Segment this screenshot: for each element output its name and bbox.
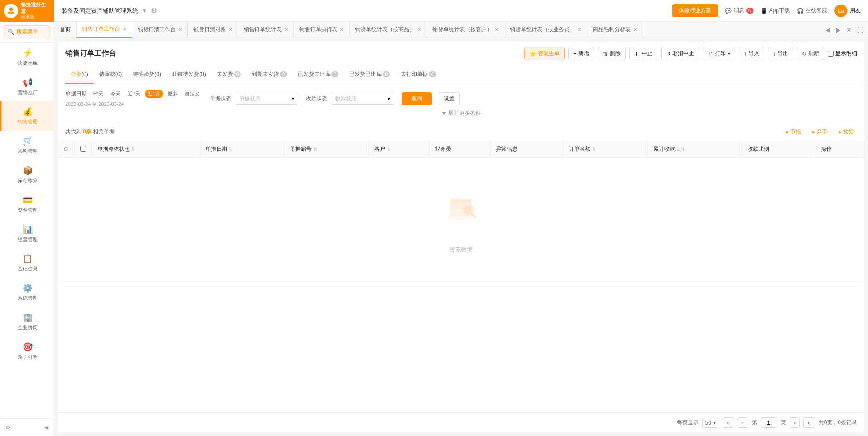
tab-close-icon[interactable]: ✕ <box>340 27 344 32</box>
experience-btn[interactable]: 体验行业方案 <box>672 4 718 17</box>
message-btn[interactable]: 💬 消息 6 <box>725 7 753 14</box>
status-select[interactable]: 单据状态 ▾ <box>235 93 298 105</box>
search-menu-button[interactable]: 🔍 搜索菜单 <box>4 25 50 38</box>
tab-sales-order-workbench[interactable]: 销售订单工作台 ✕ <box>77 22 132 38</box>
tab-prev-button[interactable]: ◀ <box>823 24 833 35</box>
tab-cash-daily-workbench[interactable]: 钱货日清工作台 ✕ <box>132 22 188 38</box>
sidebar-item-base-info[interactable]: 📋 基础信息 <box>0 248 54 278</box>
filter-row: 单据日期 昨天 今天 近7天 近1月 更多 自定义 2023-02-24 至 2… <box>65 90 857 108</box>
sidebar-item-system[interactable]: ⚙️ 系统管理 <box>0 278 54 307</box>
sidebar-item-quick-nav[interactable]: ⚡ 快捷导航 <box>0 43 54 72</box>
audit-btn[interactable]: ● 审核 <box>782 127 804 137</box>
tab-close-icon[interactable]: ✕ <box>123 27 126 32</box>
tab-close-all-button[interactable]: ✕ <box>844 24 854 35</box>
header-settings-icon[interactable]: ⚙ <box>151 6 157 15</box>
query-btn[interactable]: 查询 <box>402 92 432 105</box>
tab-sales-stats[interactable]: 销售订单统计表 ✕ <box>238 22 294 38</box>
online-service-btn[interactable]: 🎧 在线客服 <box>797 7 827 14</box>
sidebar-item-marketing[interactable]: 📢 营销推广 <box>0 72 54 101</box>
sub-tab-wangpu-ship[interactable]: 旺铺待发货(0) <box>167 66 211 84</box>
payment-select[interactable]: 收款状态 ▾ <box>331 93 394 105</box>
date-btn-7days[interactable]: 近7天 <box>125 90 143 98</box>
tab-close-icon[interactable]: ✕ <box>495 27 499 32</box>
ship-btn[interactable]: ● 发货 <box>834 127 857 137</box>
next-page-btn[interactable]: › <box>790 417 800 428</box>
tab-close-icon[interactable]: ✕ <box>229 27 232 32</box>
sub-tab-overdue-not-shipped[interactable]: 到期未发货0 <box>246 66 293 84</box>
dropdown-arrow-icon[interactable]: ▼ <box>142 8 147 14</box>
logo-title: 畅捷通好生意 <box>21 1 50 14</box>
sidebar-item-enterprise[interactable]: 🏢 企业协同 <box>0 307 54 336</box>
prev-page-btn[interactable]: ‹ <box>738 417 748 428</box>
sub-tab-shipped-out[interactable]: 已发货已出库0 <box>344 66 395 84</box>
tab-sales-by-product[interactable]: 销货单统计表（按商品） ✕ <box>350 22 427 38</box>
column-settings[interactable]: ⚙ <box>58 141 74 158</box>
date-quick-buttons: 昨天 今天 近7天 近1月 更多 自定义 <box>91 90 202 98</box>
first-page-btn[interactable]: « <box>723 417 734 428</box>
sort-icon[interactable]: ⇅ <box>131 147 135 152</box>
sidebar-item-purchase[interactable]: 🛒 采购管理 <box>0 131 54 160</box>
print-btn[interactable]: 🖨 打印 ▾ <box>703 47 735 60</box>
collapse-button[interactable]: ◀ <box>43 422 50 432</box>
tab-close-icon[interactable]: ✕ <box>417 27 421 32</box>
sidebar-item-finance[interactable]: 💳 资金管理 <box>0 190 54 219</box>
sub-tab-shipped-not-out[interactable]: 已发货未出库0 <box>293 66 344 84</box>
reject-btn[interactable]: ● 弃审 <box>808 127 831 137</box>
date-btn-yesterday[interactable]: 昨天 <box>91 90 106 98</box>
app-download-btn[interactable]: 📱 App下载 <box>761 7 790 14</box>
shipped-not-out-badge: 0 <box>331 71 339 77</box>
sort-icon[interactable]: ⇅ <box>313 147 317 152</box>
page-input[interactable] <box>761 417 777 428</box>
sidebar-item-inventory[interactable]: 📦 库存核算 <box>0 160 54 190</box>
sort-icon[interactable]: ⇅ <box>592 147 596 152</box>
expand-more-btn[interactable]: ▼ 展开更多条件 <box>65 109 857 117</box>
date-btn-more[interactable]: 更多 <box>165 90 180 98</box>
tab-gross-profit[interactable]: 商品毛利分析表 ✕ <box>587 22 643 38</box>
show-detail-label[interactable]: 显示明细 <box>828 50 857 57</box>
settings-bottom-button[interactable]: ⚙ <box>4 422 12 432</box>
table-actions: ● 审核 ● 弃审 ● 发货 <box>782 127 857 137</box>
sidebar-item-guide[interactable]: 🎯 新手引导 <box>0 336 54 366</box>
date-btn-today[interactable]: 今天 <box>108 90 123 98</box>
cancel-pause-btn[interactable]: ↺ 取消中止 <box>661 47 699 60</box>
date-btn-custom[interactable]: 自定义 <box>182 90 202 98</box>
new-btn[interactable]: + 新增 <box>568 47 594 60</box>
tab-maximize-button[interactable]: ⛶ <box>854 24 866 35</box>
sidebar-item-operations[interactable]: 📊 经营管理 <box>0 219 54 248</box>
per-page-select[interactable]: 50 ▾ <box>702 418 719 428</box>
user-area[interactable]: Ea 用友 <box>834 5 861 17</box>
count-value: 0条 <box>83 128 91 135</box>
import-btn[interactable]: ↑ 导入 <box>739 47 764 60</box>
sub-tab-not-shipped[interactable]: 未发货0 <box>211 66 247 84</box>
sort-icon[interactable]: ⇅ <box>387 147 390 152</box>
sub-tab-pending-inspect[interactable]: 待拣验货(0) <box>127 66 167 84</box>
last-page-btn[interactable]: » <box>803 417 815 428</box>
select-all-cell[interactable] <box>74 141 91 158</box>
tab-cash-reconciliation[interactable]: 钱货日清对账 ✕ <box>188 22 238 38</box>
filter-settings-btn[interactable]: 设置 <box>439 92 460 105</box>
show-detail-checkbox[interactable] <box>828 51 834 57</box>
main-content: 装备及固定资产辅助管理系统 ▼ ⚙ 体验行业方案 💬 消息 6 📱 App下载 … <box>54 0 868 436</box>
delete-btn[interactable]: 🗑 删除 <box>598 47 626 60</box>
sub-tab-pending-review[interactable]: 待审核(0) <box>94 66 128 84</box>
select-all-checkbox[interactable] <box>80 146 86 152</box>
pause-btn[interactable]: ⏸ 中止 <box>629 47 657 60</box>
tab-sales-by-customer[interactable]: 销货单统计表（按客户） ✕ <box>427 22 504 38</box>
tab-close-icon[interactable]: ✕ <box>578 27 581 32</box>
tab-sales-by-staff[interactable]: 销货单统计表（按业务员） ✕ <box>504 22 587 38</box>
tab-close-icon[interactable]: ✕ <box>633 27 637 32</box>
export-btn[interactable]: ↓ 导出 <box>768 47 793 60</box>
sub-tab-not-printed[interactable]: 未打印单据0 <box>395 66 441 84</box>
ai-generate-btn[interactable]: ⭐ 智能生单 <box>524 47 565 60</box>
tab-close-icon[interactable]: ✕ <box>178 27 182 32</box>
tab-next-button[interactable]: ▶ <box>833 24 844 35</box>
tab-close-icon[interactable]: ✕ <box>284 27 288 32</box>
sort-icon[interactable]: ⇅ <box>229 147 232 152</box>
tab-sales-exec[interactable]: 销售订单执行表 ✕ <box>294 22 350 38</box>
sub-tab-all[interactable]: 全部(0) <box>65 66 94 84</box>
sort-icon[interactable]: ⇅ <box>681 147 685 152</box>
sidebar-item-sales[interactable]: 💰 销售管理 <box>0 101 54 131</box>
refresh-btn[interactable]: ↻ 刷新 <box>797 47 824 60</box>
tab-home[interactable]: 首页 <box>54 22 77 38</box>
date-btn-1month[interactable]: 近1月 <box>145 90 163 98</box>
